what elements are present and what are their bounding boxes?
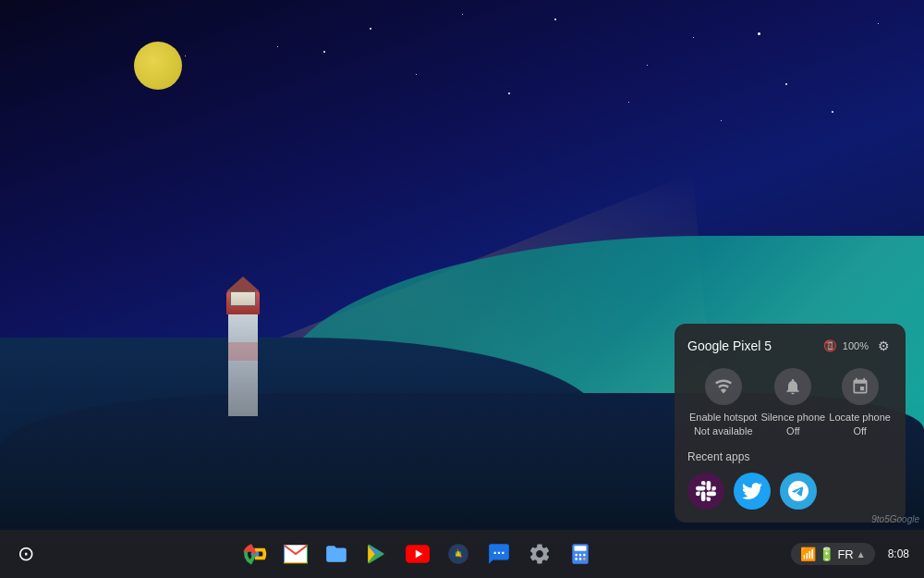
taskbar: ⊙: [0, 530, 924, 578]
lighthouse: [226, 277, 260, 416]
battery-icon: 🔋: [819, 547, 834, 561]
star: [832, 111, 833, 113]
lighthouse-top: [226, 291, 260, 314]
recent-app-slack[interactable]: [687, 473, 724, 510]
taskbar-chrome[interactable]: [237, 535, 274, 572]
taskbar-left: ⊙: [7, 535, 44, 572]
star: [785, 83, 787, 85]
star: [277, 46, 278, 47]
lighthouse-roof: [226, 277, 260, 291]
star: [693, 37, 694, 38]
lighthouse-light: [230, 291, 256, 306]
wifi-icon: 📶: [800, 547, 816, 561]
recent-apps-title: Recent apps: [687, 450, 893, 463]
lighthouse-body: [228, 314, 258, 416]
launcher-button[interactable]: ⊙: [7, 535, 44, 572]
watermark: 9to5Google: [871, 514, 919, 524]
tray-arrow: ▲: [857, 549, 866, 560]
taskbar-play-store[interactable]: [359, 535, 395, 572]
panel-actions: Enable hotspot Not available Silence pho…: [687, 368, 893, 437]
action-hotspot[interactable]: Enable hotspot Not available: [689, 368, 757, 437]
hotspot-label: Enable hotspot Not available: [689, 411, 757, 437]
taskbar-right: 📶 🔋 FR ▲ 8:08: [791, 543, 917, 565]
star: [370, 28, 371, 30]
svg-point-10: [576, 558, 578, 560]
system-tray[interactable]: 📶 🔋 FR ▲: [791, 543, 874, 565]
svg-point-9: [583, 554, 586, 557]
taskbar-calculator[interactable]: [562, 535, 599, 572]
star: [416, 74, 417, 75]
battery-percent: 100%: [843, 340, 869, 351]
action-locate[interactable]: Locate phone Off: [829, 368, 891, 437]
taskbar-gmail[interactable]: [277, 535, 314, 572]
moon: [134, 42, 182, 90]
recent-apps-row: [687, 473, 893, 510]
svg-rect-6: [575, 546, 587, 550]
star: [721, 120, 722, 121]
star: [462, 14, 463, 15]
star: [508, 92, 510, 94]
panel-settings-button[interactable]: ⚙: [874, 337, 893, 355]
star: [758, 32, 760, 35]
lighthouse-stripe: [228, 342, 258, 361]
phone-panel: Google Pixel 5 📵 100% ⚙ Enable hotspot N…: [675, 324, 906, 523]
star: [185, 55, 186, 56]
svg-point-11: [579, 558, 582, 560]
locate-label: Locate phone Off: [829, 411, 891, 437]
svg-point-12: [583, 558, 586, 560]
locate-icon: [842, 368, 879, 405]
no-sim-icon: 📵: [823, 339, 837, 352]
silence-label: Silence phone Off: [760, 411, 825, 437]
flag-fr: FR: [837, 547, 853, 561]
taskbar-files[interactable]: [318, 535, 355, 572]
recent-app-telegram[interactable]: [780, 473, 817, 510]
svg-point-8: [579, 554, 582, 557]
taskbar-youtube[interactable]: [399, 535, 436, 572]
star: [647, 65, 648, 66]
panel-header: Google Pixel 5 📵 100% ⚙: [687, 337, 893, 355]
hotspot-icon: [705, 368, 742, 405]
star: [628, 102, 629, 103]
star: [878, 23, 879, 24]
star: [323, 51, 325, 53]
taskbar-messages[interactable]: [480, 535, 517, 572]
recent-app-twitter[interactable]: [734, 473, 771, 510]
phone-name: Google Pixel 5: [687, 338, 772, 353]
taskbar-apps: [44, 535, 791, 572]
silence-icon: [774, 368, 811, 405]
star: [554, 18, 556, 20]
taskbar-photos[interactable]: [440, 535, 477, 572]
action-silence[interactable]: Silence phone Off: [760, 368, 825, 437]
clock[interactable]: 8:08: [881, 544, 917, 564]
panel-header-icons: 📵 100% ⚙: [823, 337, 893, 355]
svg-point-7: [576, 554, 578, 557]
taskbar-settings[interactable]: [521, 535, 558, 572]
